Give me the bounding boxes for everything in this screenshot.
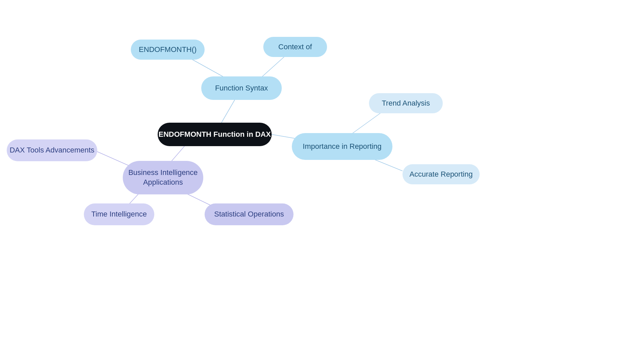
time-label: Time Intelligence [91,209,147,219]
center-node[interactable]: ENDOFMONTH Function in DAX [158,123,272,146]
trend-label: Trend Analysis [382,99,430,108]
function-syntax-label: Function Syntax [215,83,268,93]
endofmonth-node[interactable]: ENDOFMONTH() [131,40,205,60]
dax-tools-label: DAX Tools Advancements [10,145,95,155]
statistical-label: Statistical Operations [214,209,284,219]
dax-tools-node[interactable]: DAX Tools Advancements [7,139,97,161]
accurate-node[interactable]: Accurate Reporting [402,164,480,184]
center-node-label: ENDOFMONTH Function in DAX [159,130,271,139]
endofmonth-label: ENDOFMONTH() [139,45,197,55]
bi-label: Business Intelligence Applications [123,168,203,187]
trend-node[interactable]: Trend Analysis [369,93,443,113]
importance-node[interactable]: Importance in Reporting [292,133,392,160]
time-node[interactable]: Time Intelligence [84,203,154,225]
importance-label: Importance in Reporting [303,142,382,152]
statistical-node[interactable]: Statistical Operations [205,203,293,225]
bi-node[interactable]: Business Intelligence Applications [123,161,203,194]
context-label: Context of [278,42,312,52]
function-syntax-node[interactable]: Function Syntax [201,76,282,100]
accurate-label: Accurate Reporting [410,170,473,179]
context-node[interactable]: Context of [263,37,327,57]
